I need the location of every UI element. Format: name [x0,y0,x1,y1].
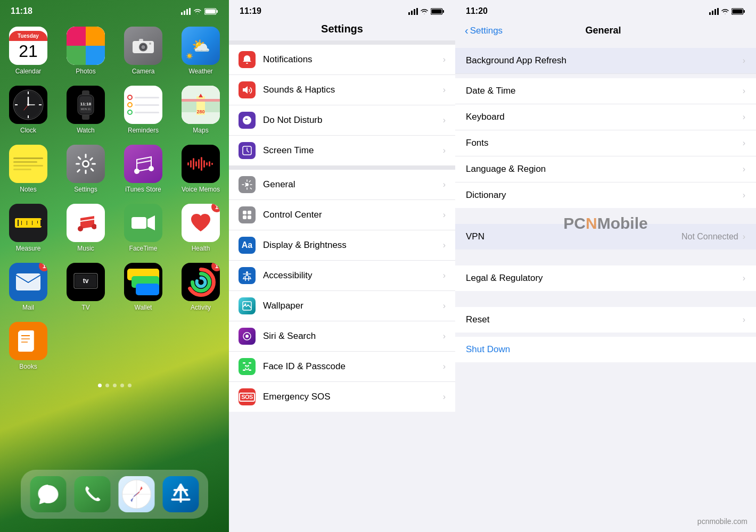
svg-rect-53 [198,159,200,169]
general-row-legalregulatory[interactable]: Legal & Regulatory › [455,265,756,291]
legalregulatory-label: Legal & Regulatory [466,273,743,284]
sep-after-bg [455,74,756,78]
app-reminders-label: Reminders [128,127,159,134]
settings-row-controlcenter[interactable]: Control Center › [229,200,455,230]
settings-row-sirisearch[interactable]: Siri & Search › [229,321,455,352]
app-camera-label: Camera [132,68,155,75]
app-activity-label: Activity [191,304,211,311]
app-wallet[interactable]: Wallet [119,263,167,311]
page-dot-3[interactable] [113,384,117,387]
svg-point-110 [248,365,249,367]
general-row-vpn[interactable]: VPN Not Connected › [455,224,756,250]
app-maps[interactable]: 280 Maps [177,86,225,134]
app-books[interactable]: Books [4,322,52,370]
sep-before-shutdown [455,332,756,337]
app-voicememos-label: Voice Memos [182,186,220,193]
safari-icon [121,479,152,510]
page-dot-1[interactable] [98,384,102,387]
app-calendar[interactable]: Tuesday 21 Calendar [4,27,52,75]
settings-row-screentime[interactable]: Screen Time › [229,136,455,165]
screentime-chevron: › [443,146,446,155]
status-bar-home: 11:18 [0,0,229,19]
svg-rect-5 [217,10,218,13]
app-clock[interactable]: Clock [4,86,52,134]
back-to-settings[interactable]: ‹ Settings [465,24,503,37]
settings-row-general[interactable]: General › [229,170,455,200]
settings-time: 11:19 [240,6,261,16]
faceid-label: Face ID & Passcode [263,361,443,372]
app-watch[interactable]: 11:18 MON 21 Watch [62,86,110,134]
svg-rect-2 [186,9,188,15]
svg-rect-52 [195,161,197,167]
general-row-fonts[interactable]: Fonts › [455,130,756,156]
general-row-reset[interactable]: Reset › [455,307,756,332]
svg-rect-112 [709,12,711,15]
page-dot-5[interactable] [128,384,132,387]
app-settings[interactable]: Settings [62,145,110,193]
app-camera[interactable]: Camera [119,27,167,75]
app-tv-label: TV [81,304,89,311]
general-row-dictionary[interactable]: Dictionary › [455,182,756,208]
general-row-datetime[interactable]: Date & Time › [455,78,756,104]
dock-messages[interactable] [30,476,67,512]
svg-point-12 [149,43,151,45]
watch-svg-icon: 11:18 MON 21 [75,90,96,120]
app-music[interactable]: Music [62,204,110,252]
screentime-label: Screen Time [263,145,443,156]
camera-svg-icon [133,37,154,54]
svg-rect-56 [206,162,208,165]
facetime-svg-icon [132,215,155,231]
sep-before-legal [455,250,756,265]
app-photos[interactable]: Photos [62,27,110,75]
svg-point-61 [78,226,83,231]
general-row-keyboard[interactable]: Keyboard › [455,104,756,130]
dock-appstore[interactable] [163,476,199,512]
notifications-icon [239,51,256,68]
mail-badge: 1 [39,263,47,271]
settings-row-sounds[interactable]: Sounds & Haptics › [229,75,455,105]
app-facetime[interactable]: FaceTime [119,204,167,252]
settings-row-donotdisturb[interactable]: Do Not Disturb › [229,105,455,136]
app-settings-label: Settings [74,186,97,193]
legalregulatory-chevron: › [743,273,745,283]
dock-phone[interactable] [75,476,111,512]
clock-svg-icon [12,89,44,121]
general-icon [239,176,256,193]
app-measure[interactable]: Measure [4,204,52,252]
app-reminders[interactable]: Reminders [119,86,167,134]
settings-row-displaybrightness[interactable]: Aa Display & Brightness › [229,230,455,261]
faceid-icon [239,358,256,375]
settings-row-faceid[interactable]: Face ID & Passcode › [229,352,455,382]
page-dot-4[interactable] [120,384,124,387]
page-dot-2[interactable] [105,384,109,387]
app-voicememos[interactable]: Voice Memos [177,145,225,193]
sounds-icon [239,81,256,98]
svg-text:11:18: 11:18 [80,102,92,106]
phone-icon [83,485,102,504]
wifi-icon [193,8,202,15]
svg-rect-91 [416,8,418,15]
dock-safari[interactable] [119,476,155,512]
app-weather[interactable]: ☀️ ⛅ Weather [177,27,225,75]
settings-row-wallpaper[interactable]: Wallpaper › [229,291,455,321]
accessibility-label: Accessibility [263,270,443,281]
settings-row-notifications[interactable]: Notifications › [229,45,455,75]
svg-rect-33 [196,99,205,101]
app-activity[interactable]: 1 Activity [177,263,225,311]
settings-row-accessibility[interactable]: Accessibility › [229,261,455,291]
app-health[interactable]: 1 Health [177,204,225,252]
svg-rect-58 [211,163,213,165]
app-mail[interactable]: 1 Mail [4,263,52,311]
app-books-label: Books [19,363,37,370]
svg-rect-50 [190,160,192,168]
app-itunes[interactable]: iTunes Store [119,145,167,193]
svg-rect-39 [76,163,80,165]
app-tv[interactable]: tv TV [62,263,110,311]
general-row-shutdown[interactable]: Shut Down [455,337,756,362]
general-row-languageregion[interactable]: Language & Region › [455,156,756,182]
settings-row-emergencysos[interactable]: SOS Emergency SOS › [229,382,455,412]
general-row-backgroundapprefresh[interactable]: Background App Refresh › [455,48,756,74]
app-notes[interactable]: Notes [4,145,52,193]
dictionary-label: Dictionary [466,190,743,201]
svg-point-72 [196,278,205,286]
